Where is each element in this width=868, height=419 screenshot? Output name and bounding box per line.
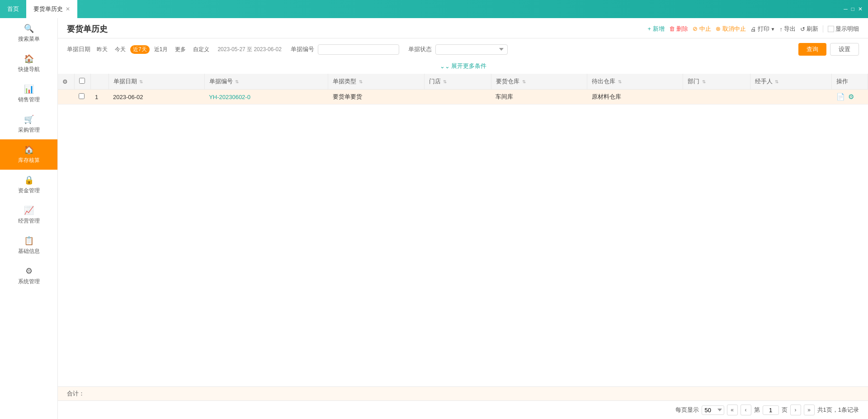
col-store[interactable]: 门店 ⇅	[424, 74, 491, 90]
refresh-button[interactable]: ↺ 刷新	[800, 25, 818, 33]
new-button[interactable]: + 新增	[648, 25, 665, 33]
delete-button[interactable]: 🗑 删除	[669, 25, 689, 33]
next-page-btn[interactable]: ›	[790, 405, 801, 415]
table-footer: 合计：	[58, 386, 868, 400]
col-pending-warehouse[interactable]: 待出仓库 ⇅	[587, 74, 683, 90]
inventory-icon: 🏠	[24, 145, 34, 155]
doc-icon: 📋	[24, 236, 34, 246]
close-btn[interactable]: ✕	[858, 6, 863, 12]
maximize-btn[interactable]: □	[851, 6, 854, 12]
bill-no-label: 单据编号	[291, 45, 314, 53]
sort-bill-no-icon: ⇅	[235, 79, 239, 84]
sidebar-item-operations[interactable]: 📈 经营管理	[0, 200, 57, 230]
sidebar-item-basic-info[interactable]: 📋 基础信息	[0, 230, 57, 261]
sidebar-item-sales-label: 销售管理	[18, 96, 40, 104]
col-department-label: 部门	[688, 78, 699, 85]
minimize-btn[interactable]: ─	[844, 6, 848, 12]
date-option-yesterday[interactable]: 昨天	[94, 45, 110, 54]
sidebar-item-finance[interactable]: 🔒 资金管理	[0, 170, 57, 200]
select-all-checkbox[interactable]	[79, 78, 85, 84]
operations-icon: 📈	[24, 205, 34, 215]
tab-requisition-history[interactable]: 要货单历史 ✕	[26, 0, 77, 18]
row-select-checkbox[interactable]	[79, 93, 85, 99]
window-controls: ─ □ ✕	[844, 6, 868, 12]
display-detail-checkbox[interactable]	[828, 26, 834, 32]
sort-pending-warehouse-icon: ⇅	[618, 79, 622, 84]
status-label: 单据状态	[408, 45, 432, 53]
date-filter-label: 单据日期	[67, 45, 90, 53]
total-info: 共1页，1条记录	[817, 406, 859, 414]
bill-no-filter-section: 单据编号	[291, 44, 399, 55]
sidebar-item-quick-nav[interactable]: 🏠 快捷导航	[0, 48, 57, 79]
settings-button[interactable]: 设置	[830, 43, 859, 56]
tab-list: 首页 要货单历史 ✕	[0, 0, 77, 18]
sidebar-item-system[interactable]: ⚙ 系统管理	[0, 261, 57, 291]
date-option-more[interactable]: 更多	[172, 45, 189, 54]
bill-no-input[interactable]	[318, 44, 399, 55]
col-bill-no-label: 单据编号	[209, 78, 233, 85]
refresh-icon: ↺	[800, 26, 805, 33]
col-req-warehouse[interactable]: 要货仓库 ⇅	[491, 74, 587, 90]
sidebar-item-inventory[interactable]: 🏠 库存核算	[0, 139, 57, 170]
row-store	[424, 90, 491, 105]
row-bill-no[interactable]: YH-20230602-0	[204, 90, 328, 105]
col-bill-type[interactable]: 单据类型 ⇅	[328, 74, 424, 90]
date-option-custom[interactable]: 自定义	[190, 45, 212, 54]
sidebar-item-purchase[interactable]: 🛒 采购管理	[0, 109, 57, 139]
search-button[interactable]: 查询	[798, 43, 826, 56]
col-bill-type-label: 单据类型	[333, 78, 356, 85]
export-button[interactable]: ↑ 导出	[780, 25, 796, 33]
row-handler	[750, 90, 831, 105]
per-page-select[interactable]: 50 20 100	[702, 405, 724, 415]
main-layout: 🔍 搜索菜单 🏠 快捷导航 📊 销售管理 🛒 采购管理 🏠 库存核算 🔒 资金管…	[0, 18, 868, 419]
table-row[interactable]: 1 2023-06-02 YH-20230602-0 要货单要货 车间库 原材料…	[58, 90, 868, 105]
page-input[interactable]	[763, 405, 779, 415]
filter-row-2: ⌄⌄ 展开更多条件	[67, 59, 859, 74]
col-handler[interactable]: 经手人 ⇅	[750, 74, 831, 90]
gear-icon: ⚙	[25, 266, 33, 276]
display-detail-toggle[interactable]: 显示明细	[828, 25, 859, 33]
tab-home[interactable]: 首页	[0, 0, 26, 18]
row-checkbox[interactable]	[74, 90, 90, 105]
first-page-btn[interactable]: «	[727, 405, 738, 415]
top-bar: 首页 要货单历史 ✕ ─ □ ✕	[0, 0, 868, 18]
filter-bar: 单据日期 昨天 今天 近7天 近1月 更多 自定义 2023-05-27 至 2…	[58, 38, 868, 74]
date-option-1month[interactable]: 近1月	[151, 45, 171, 54]
col-settings[interactable]: ⚙	[58, 74, 74, 90]
col-department[interactable]: 部门 ⇅	[683, 74, 750, 90]
last-page-btn[interactable]: »	[804, 405, 815, 415]
print-icon: 🖨	[750, 26, 756, 33]
tab-requisition-label: 要货单历史	[33, 5, 63, 13]
col-bill-no[interactable]: 单据编号 ⇅	[204, 74, 328, 90]
col-handler-label: 经手人	[755, 78, 773, 85]
expand-more-btn[interactable]: ⌄⌄ 展开更多条件	[440, 62, 486, 70]
date-option-7days[interactable]: 近7天	[130, 45, 150, 54]
sidebar-item-sales[interactable]: 📊 销售管理	[0, 79, 57, 109]
bill-no-link[interactable]: YH-20230602-0	[209, 94, 250, 100]
stop-button[interactable]: ⊘ 中止	[693, 25, 711, 33]
tab-close-icon[interactable]: ✕	[66, 6, 70, 12]
cart-icon: 🛒	[24, 114, 34, 124]
data-table: ⚙ 单据日期 ⇅ 单据编号 ⇅	[58, 74, 868, 105]
date-option-today[interactable]: 今天	[112, 45, 128, 54]
row-pending-warehouse: 原材料仓库	[587, 90, 683, 105]
row-edit-btn[interactable]: 📄	[836, 93, 845, 100]
status-select[interactable]	[435, 44, 508, 55]
row-req-warehouse: 车间库	[491, 90, 587, 105]
row-more-btn[interactable]: ⚙	[848, 93, 854, 100]
export-icon: ↑	[780, 26, 783, 33]
row-operations: 📄 ⚙	[832, 90, 868, 105]
sidebar-item-inventory-label: 库存核算	[18, 157, 40, 164]
col-checkbox	[74, 74, 90, 90]
page-unit: 页	[782, 406, 788, 414]
sidebar-item-search-menu[interactable]: 🔍 搜索菜单	[0, 18, 57, 48]
col-bill-date[interactable]: 单据日期 ⇅	[108, 74, 204, 90]
col-operation: 操作	[832, 74, 868, 90]
pagination-bar: 每页显示 50 20 100 « ‹ 第 页 › » 共1页，1条记录	[58, 400, 868, 419]
print-button[interactable]: 🖨 打印 ▼	[750, 25, 775, 33]
filter-row-1: 单据日期 昨天 今天 近7天 近1月 更多 自定义 2023-05-27 至 2…	[67, 43, 859, 59]
cancel-stop-button[interactable]: ⊗ 取消中止	[716, 25, 746, 33]
row-bill-type: 要货单要货	[328, 90, 424, 105]
prev-page-btn[interactable]: ‹	[741, 405, 751, 415]
sort-department-icon: ⇅	[702, 79, 706, 84]
